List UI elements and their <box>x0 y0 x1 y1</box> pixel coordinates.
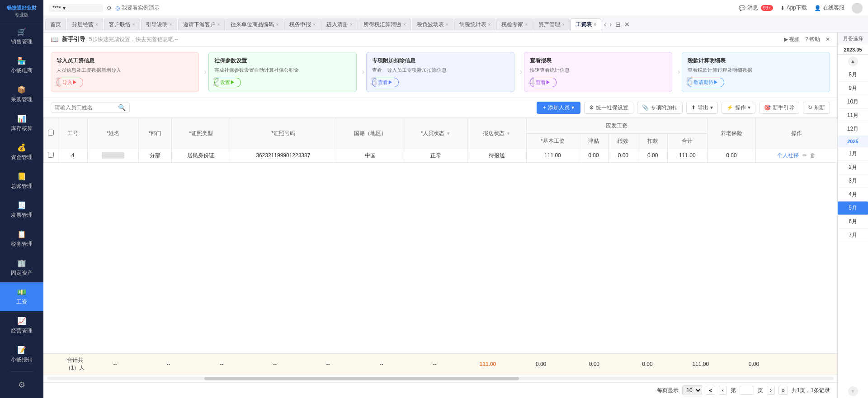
month-item-7[interactable]: 7月 <box>838 229 868 242</box>
tab-close-icon[interactable]: × <box>217 22 220 27</box>
month-item-11[interactable]: 11月 <box>838 109 868 122</box>
tab-expand-button[interactable]: ⊟ <box>613 20 623 29</box>
help-button[interactable]: ? 帮助 <box>805 36 820 43</box>
refresh-button[interactable]: ↻ 刷新 <box>803 102 830 114</box>
tab-close-icon[interactable]: × <box>594 22 596 27</box>
scroll-bar-track[interactable] <box>47 377 834 380</box>
month-item-10[interactable]: 10月 <box>838 95 868 109</box>
month-item-6[interactable]: 6月 <box>838 215 868 229</box>
month-item-3[interactable]: 3月 <box>838 174 868 188</box>
settings-icon-header[interactable]: ⚙ <box>107 5 112 11</box>
page-number-input[interactable]: 1 <box>740 386 754 395</box>
operation-icon: 📈 <box>17 317 26 325</box>
online-service-button[interactable]: 👤 在线客服 <box>814 4 844 12</box>
first-page-button[interactable]: « <box>706 386 715 395</box>
month-item-1[interactable]: 1月 <box>838 147 868 161</box>
tab-close-icon[interactable]: × <box>132 22 135 27</box>
video-button[interactable]: ▶ 视频 <box>784 36 800 43</box>
message-button[interactable]: 💬 消息 99+ <box>739 4 773 12</box>
step-card-5: 税款计算明细表 查看税款计算过程及明细数据 敬请期待▶ 5 <box>682 52 830 92</box>
tab-close-all-button[interactable]: ✕ <box>623 20 632 29</box>
sidebar-item-label: 固定资产 <box>11 269 33 277</box>
tab-tax-relief[interactable]: 税负波动表 × <box>412 19 453 30</box>
last-page-button[interactable]: » <box>778 386 788 395</box>
app-download-button[interactable]: ⬇ App下载 <box>780 4 807 12</box>
step-card-3: 专项附加扣除信息 查看、导入员工专项附加扣除信息 查看▶ 3 <box>366 52 514 92</box>
sidebar-item-inventory[interactable]: 📊 库存核算 <box>0 109 43 138</box>
month-item-4[interactable]: 4月 <box>838 188 868 201</box>
tab-home[interactable]: 首页 <box>45 19 66 30</box>
close-guide-button[interactable]: ✕ <box>826 36 830 43</box>
edit-icon[interactable]: ✏ <box>802 152 807 159</box>
tab-close-icon[interactable]: × <box>95 22 98 27</box>
tab-partition[interactable]: 分层经营 × <box>67 19 103 30</box>
prev-page-button[interactable]: ‹ <box>719 386 727 395</box>
addon-deduction-button[interactable]: 📎 专项附加扣 <box>637 102 683 114</box>
tab-close-icon[interactable]: × <box>170 22 172 27</box>
sidebar-item-ecommerce[interactable]: 🏪 小畅电商 <box>0 51 43 80</box>
next-page-button[interactable]: › <box>767 386 775 395</box>
add-person-button[interactable]: + 添加人员 ▾ <box>537 102 580 114</box>
settings-button[interactable]: ⚙ <box>14 376 29 393</box>
tab-next-button[interactable]: › <box>608 20 614 29</box>
tab-close-icon[interactable]: × <box>562 22 565 27</box>
month-item-5[interactable]: 5月 <box>838 201 868 215</box>
month-up-button[interactable]: ▲ <box>848 56 858 66</box>
personal-insurance-link[interactable]: 个人社保 <box>777 152 799 159</box>
tab-invite[interactable]: 邀请下游客户 × <box>178 19 225 30</box>
tab-close-icon[interactable]: × <box>276 22 278 27</box>
tab-close-icon[interactable]: × <box>488 22 491 27</box>
search-input[interactable] <box>55 104 118 111</box>
month-item-12[interactable]: 12月 <box>838 122 868 136</box>
tab-tax-calc[interactable]: 所得税汇算清缴 × <box>359 19 411 30</box>
scroll-bar-thumb[interactable] <box>204 377 519 380</box>
status-filter-icon[interactable]: ▼ <box>446 131 451 136</box>
user-avatar[interactable] <box>852 3 863 14</box>
tab-close-icon[interactable]: × <box>403 22 406 27</box>
month-item-9[interactable]: 9月 <box>838 82 868 95</box>
search-icon[interactable]: 🔍 <box>118 104 126 111</box>
sidebar-item-purchase[interactable]: 📦 采购管理 <box>0 80 43 109</box>
tab-prev-button[interactable]: ‹ <box>602 20 608 29</box>
export-icon: ⬆ <box>691 104 696 111</box>
tab-close-icon[interactable]: × <box>525 22 528 27</box>
sidebar-item-ledger[interactable]: 📒 总账管理 <box>0 167 43 196</box>
tab-asset-mgr[interactable]: 资产管理 × <box>533 19 570 30</box>
tab-tax-expert[interactable]: 税检专家 × <box>496 19 533 30</box>
tab-salary[interactable]: 工资表 × <box>571 19 601 30</box>
tab-close-icon[interactable]: × <box>446 22 448 27</box>
tab-label: 分层经营 <box>72 21 94 28</box>
tab-customer[interactable]: 客户联络 × <box>104 19 140 30</box>
per-page-select[interactable]: 10 20 50 <box>682 385 702 395</box>
month-item-8[interactable]: 8月 <box>838 68 868 82</box>
sidebar-item-sales[interactable]: 🛒 销售管理 <box>0 22 43 51</box>
tab-tax-declare[interactable]: 税务申报 × <box>284 19 321 30</box>
social-insurance-setting-button[interactable]: ⚙ 统一社保设置 <box>584 102 633 114</box>
sidebar-item-finance[interactable]: 💰 资金管理 <box>0 138 43 167</box>
new-guide-button[interactable]: 🎯 新手引导 <box>759 102 799 114</box>
send-status-filter-icon[interactable]: ▼ <box>506 131 511 136</box>
month-down-button[interactable]: ▼ <box>848 386 858 396</box>
step-5-button[interactable]: 敬请期待▶ <box>688 78 724 87</box>
row-checkbox[interactable] <box>48 152 54 158</box>
tab-product-code[interactable]: 往来单位商品编码 × <box>226 19 283 30</box>
tab-close-icon[interactable]: × <box>350 22 353 27</box>
demo-link[interactable]: ◎ 我要看实例演示 <box>115 4 160 12</box>
operate-button[interactable]: ⚡ 操作 ▾ <box>722 102 755 114</box>
sidebar-item-tax[interactable]: 📋 税务管理 <box>0 225 43 253</box>
company-selector[interactable]: **** ▾ <box>49 4 103 12</box>
select-all-checkbox[interactable] <box>48 130 54 136</box>
tab-tax-stat[interactable]: 纳税统计表 × <box>454 19 496 30</box>
tab-guide[interactable]: 引导说明 × <box>141 19 177 30</box>
month-item-2[interactable]: 2月 <box>838 161 868 174</box>
tab-clearance[interactable]: 进入清册 × <box>321 19 358 30</box>
th-performance: 绩效 <box>609 133 638 149</box>
sidebar-item-report[interactable]: 📝 小畅报销 <box>0 340 43 369</box>
sidebar-item-asset[interactable]: 🏢 固定资产 <box>0 253 43 282</box>
sidebar-item-salary[interactable]: 💵 工资 <box>0 282 43 311</box>
tab-close-icon[interactable]: × <box>313 22 316 27</box>
sidebar-item-operation[interactable]: 📈 经营管理 <box>0 311 43 340</box>
sidebar-item-invoice[interactable]: 🧾 发票管理 <box>0 196 43 225</box>
delete-icon[interactable]: 🗑 <box>810 152 816 159</box>
export-button[interactable]: ⬆ 导出 ▾ <box>686 102 718 114</box>
